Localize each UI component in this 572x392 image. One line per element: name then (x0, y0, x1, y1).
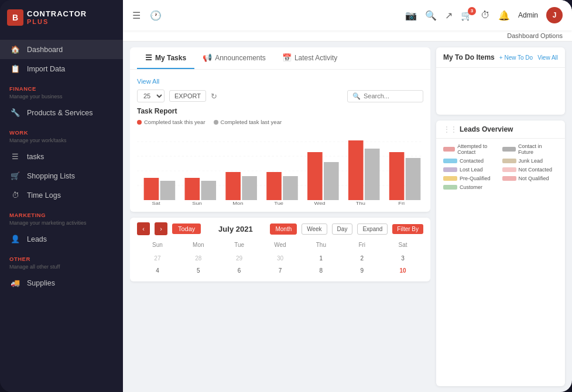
new-todo-button[interactable]: + New To Do (499, 54, 533, 61)
dashboard-options-label[interactable]: Dashboard Options (507, 32, 563, 39)
swatch-not-contacted (502, 167, 516, 172)
leads-card: ⋮⋮ Leads Overview Attempted to Contact C… (436, 121, 565, 386)
legend-customer-label: Customer (460, 184, 482, 190)
sidebar-item-tasks[interactable]: ☰ tasks (0, 147, 123, 166)
sidebar-item-supplies[interactable]: 🚚 Supplies (0, 273, 123, 293)
swatch-attempted (443, 147, 455, 152)
cal-cell[interactable]: 27 (137, 252, 178, 264)
svg-rect-6 (185, 178, 200, 200)
share-icon[interactable]: ↗ (445, 10, 453, 21)
todo-card: My To Do Items + New To Do View All (436, 47, 565, 115)
avatar[interactable]: J (546, 7, 563, 23)
content-area: ☰ My Tasks 📢 Announcements 📅 Latest Acti… (123, 42, 572, 392)
todo-title: My To Do Items (443, 53, 495, 61)
legend-junk: Junk Lead (502, 158, 559, 164)
sidebar-item-import-data[interactable]: 📋 Import Data (0, 59, 123, 78)
day-sun: Sun (137, 240, 178, 250)
section-work-label: WORK (0, 122, 123, 137)
cal-cell[interactable]: 4 (137, 264, 178, 277)
search-input[interactable] (364, 92, 418, 99)
sidebar-item-dashboard[interactable]: 🏠 Dashboard (0, 40, 123, 59)
svg-rect-5 (160, 181, 176, 200)
cal-cell[interactable]: 28 (178, 252, 219, 264)
search-box: 🔍 (347, 90, 423, 102)
legend-attempted: Attempted to Contact (443, 143, 499, 155)
legend-dot-last-year (214, 120, 218, 125)
cal-day-button[interactable]: Day (332, 223, 353, 235)
cal-cell[interactable]: 29 (219, 252, 260, 264)
cal-expand-button[interactable]: Expand (357, 223, 388, 235)
view-all-label[interactable]: View All (137, 78, 159, 85)
topbar-timer-icon[interactable]: ⏱ (481, 10, 490, 20)
tab-my-tasks-label: My Tasks (155, 54, 186, 62)
cal-cell[interactable]: 7 (260, 264, 301, 277)
refresh-button[interactable]: ↻ (211, 92, 217, 101)
section-work-sublabel: Manage your work/tasks (0, 137, 123, 147)
svg-rect-7 (201, 181, 216, 200)
topbar-left: ☰ 🕐 (132, 10, 162, 21)
topbar: ☰ 🕐 📷 🔍 ↗ 🛒 3 ⏱ 🔔 Admin J (123, 0, 572, 30)
todo-actions: + New To Do View All (499, 54, 558, 61)
clock-icon[interactable]: 🕐 (150, 10, 162, 21)
svg-rect-13 (324, 162, 339, 200)
import-icon: 📋 (9, 64, 21, 73)
view-all-todo-button[interactable]: View All (537, 54, 558, 61)
svg-text:Thu: Thu (356, 201, 365, 206)
todo-body (436, 68, 565, 115)
tab-latest-activity[interactable]: 📅 Latest Activity (274, 47, 345, 69)
legend-not-contacted: Not Contacted (502, 167, 559, 173)
day-sat: Sat (382, 240, 423, 250)
rows-select[interactable]: 25 50 (137, 90, 165, 102)
cal-row-2: 4 5 6 7 8 9 10 (137, 264, 423, 277)
swatch-not-qualified (502, 176, 516, 181)
swatch-lost (443, 167, 457, 172)
cal-next-button[interactable]: › (155, 222, 167, 235)
tasks-card: ☰ My Tasks 📢 Announcements 📅 Latest Acti… (130, 47, 430, 212)
shopping-icon: 🛒 (9, 171, 21, 180)
cal-cell[interactable]: 9 (341, 264, 382, 277)
cal-prev-button[interactable]: ‹ (137, 222, 150, 235)
calendar-title: July 2021 (205, 225, 265, 233)
legend-pre-qualified-label: Pre-Qualified (460, 176, 491, 181)
svg-rect-11 (283, 176, 298, 200)
cal-cell[interactable]: 1 (300, 252, 341, 264)
svg-text:Fri: Fri (398, 201, 405, 206)
sidebar-item-leads[interactable]: 👤 Leads (0, 229, 123, 249)
cal-filter-button[interactable]: Filter By (392, 224, 423, 234)
cal-month-button[interactable]: Month (270, 223, 297, 235)
sidebar-item-time-logs[interactable]: ⏱ Time Logs (0, 185, 123, 205)
search-icon[interactable]: 🔍 (425, 10, 437, 21)
tab-announcements-label: Announcements (215, 54, 266, 62)
swatch-pre-qualified (443, 176, 457, 181)
tab-my-tasks[interactable]: ☰ My Tasks (137, 47, 194, 69)
cart-icon[interactable]: 🛒 3 (461, 10, 472, 21)
cal-cell[interactable]: 6 (219, 264, 260, 277)
sidebar-item-shopping-lists[interactable]: 🛒 Shopping Lists (0, 166, 123, 185)
svg-rect-17 (406, 158, 421, 200)
cal-cell[interactable]: 5 (178, 264, 219, 277)
legend-not-qualified-label: Not Qualified (519, 176, 549, 181)
legend-last-year-label: Completed task last year (221, 119, 282, 125)
leads-header: ⋮⋮ Leads Overview (436, 121, 565, 139)
cal-cell[interactable]: 2 (341, 252, 382, 264)
menu-icon[interactable]: ☰ (132, 10, 141, 21)
swatch-customer (443, 185, 457, 190)
sidebar-item-time-label: Time Logs (27, 191, 61, 200)
tab-activity-label: Latest Activity (294, 54, 337, 62)
cal-cell[interactable]: 3 (382, 252, 423, 264)
sidebar-item-products[interactable]: 🔧 Products & Services (0, 103, 123, 122)
cal-cell[interactable]: 30 (260, 252, 301, 264)
bell-icon[interactable]: 🔔 (498, 10, 510, 21)
camera-icon[interactable]: 📷 (405, 10, 417, 21)
section-other-sublabel: Manage all other stuff (0, 264, 123, 273)
cal-cell-today[interactable]: 10 (382, 264, 423, 277)
swatch-contact-future (502, 147, 516, 152)
cal-cell[interactable]: 8 (300, 264, 341, 277)
today-button[interactable]: Today (172, 223, 201, 234)
day-thu: Thu (300, 240, 341, 250)
export-button[interactable]: EXPORT (169, 90, 206, 102)
cal-week-button[interactable]: Week (302, 223, 327, 235)
admin-label: Admin (518, 11, 538, 19)
sidebar: B CONTRACTOR PLUS 🏠 Dashboard 📋 Import D… (0, 0, 123, 392)
tab-announcements[interactable]: 📢 Announcements (194, 47, 274, 69)
